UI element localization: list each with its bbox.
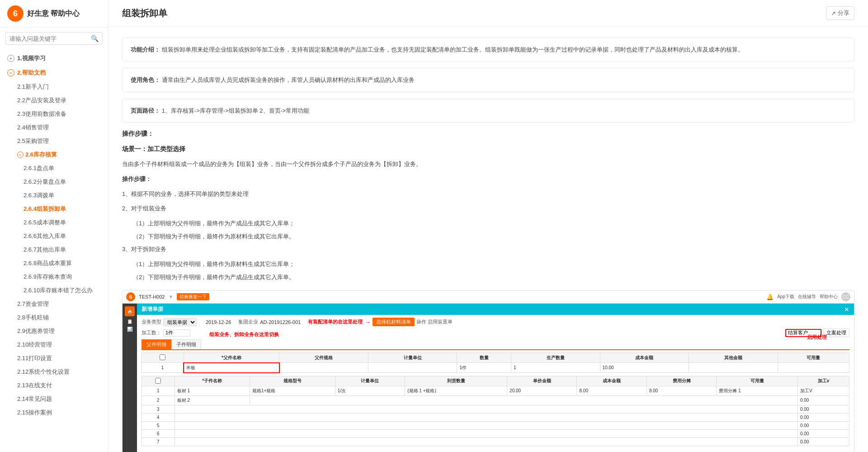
- th-cost: 成本金额: [600, 353, 689, 363]
- sidebar-item-faq[interactable]: 2.14常见问题: [0, 392, 108, 406]
- app-appdownload[interactable]: App下载: [777, 294, 794, 300]
- th-c-unit-price: 单价金额: [507, 376, 577, 386]
- td-qty: 1件: [457, 363, 511, 373]
- td-parent-spec: [279, 363, 368, 373]
- child-select-all[interactable]: [155, 378, 161, 384]
- app-notification-icon[interactable]: 🔔: [766, 294, 774, 300]
- app-close-icon[interactable]: ✕: [844, 306, 849, 313]
- main-header: 组装拆卸单 ↗ 分享: [108, 0, 868, 27]
- path-label: 页面路径：: [131, 107, 160, 114]
- app-coaching[interactable]: 在线辅导: [798, 294, 816, 300]
- sidebar-item-coupon[interactable]: 2.9优惠券管理: [0, 324, 108, 338]
- td-c-avail-3: 0.00: [797, 405, 849, 413]
- sidebar-item-otheroutbound[interactable]: 2.6.7其他出库单: [0, 243, 108, 257]
- td-c-aqty-1: (规格 1 +规格): [405, 386, 507, 395]
- sidebar-item-otherinbound[interactable]: 2.6.6其他入库单: [0, 229, 108, 243]
- qty-label: 加工数：: [142, 329, 161, 336]
- confirm-btn[interactable]: 立案处理: [823, 328, 849, 337]
- role-label: 使用角色：: [131, 76, 160, 83]
- td-c-avail-6: 0.00: [797, 429, 849, 438]
- share-button[interactable]: ↗ 分享: [826, 6, 854, 20]
- td-c-avail-5: 0.00: [797, 421, 849, 429]
- sidebar-item-online[interactable]: 2.13在线支付: [0, 379, 108, 392]
- sidebar-item-adjust[interactable]: 2.6.3调拨单: [0, 189, 108, 202]
- sidebar-item-mobile[interactable]: 2.8手机旺铺: [0, 311, 108, 324]
- sidebar-item-operate[interactable]: 2.10经营管理: [0, 338, 108, 352]
- func-intro-label: 功能介绍：: [131, 46, 160, 53]
- child-table: *子件名称 规格型号 计量单位 到货数量 单价金额 成本金额 费用分摊 可用量: [142, 376, 849, 446]
- app-home-icon[interactable]: 🏠: [125, 306, 135, 316]
- sidebar-item-docs[interactable]: − 2.帮助文档: [0, 66, 108, 80]
- business-type-select[interactable]: 组装单据 拆卸单据: [163, 318, 197, 326]
- business-type-label: 业务类型: [142, 319, 161, 325]
- date-value: 2019-12-26: [206, 319, 231, 325]
- sidebar-item-inventory[interactable]: − 2.6库存核算: [0, 148, 108, 162]
- select-template-btn[interactable]: 选择机材料清单: [373, 318, 415, 326]
- qty-input[interactable]: [163, 329, 190, 337]
- app-left-icons: 🏠 📋 📊: [123, 304, 137, 452]
- func-intro-text: 组装拆卸单用来处理企业组装或拆卸等加工业务，支持有固定装配清单的产品加工业务，也…: [162, 46, 744, 53]
- td-c-name-1: 板材 1: [175, 386, 250, 395]
- ops-label: 操作步骤：: [122, 130, 854, 138]
- share-label: 分享: [838, 9, 849, 17]
- sidebar-item-videos-label: 1.视频学习: [17, 54, 46, 62]
- search-icon[interactable]: 🔍: [91, 35, 99, 42]
- th-c-spec: 规格型号: [250, 376, 335, 386]
- sidebar-item-videos[interactable]: + 1.视频学习: [0, 51, 108, 66]
- content-area: 功能介绍： 组装拆卸单用来处理企业组装或拆卸等加工业务，支持有固定装配清单的产品…: [108, 27, 868, 452]
- search-box[interactable]: 🔍: [5, 32, 103, 45]
- td-c-uprice-1: 20.00: [507, 386, 577, 395]
- sidebar-item-customize[interactable]: 2.12系统个性化设置: [0, 365, 108, 379]
- tab-child[interactable]: 子件明细: [171, 339, 201, 349]
- sidebar-item-sales[interactable]: 2.4销售管理: [0, 121, 108, 134]
- form-row-1: 业务类型 组装单据 拆卸单据 2019-12-26: [142, 318, 849, 326]
- scene-label: 场景一：加工类型选择: [122, 145, 854, 153]
- sidebar-item-stocktake[interactable]: 2.6.1盘点单: [0, 162, 108, 175]
- business-type-field: 业务类型 组装单据 拆卸单据: [142, 318, 197, 326]
- sidebar-header: 6 好生意 帮助中心: [0, 0, 108, 28]
- sidebar-item-stockquery[interactable]: 2.6.9库存账本查询: [0, 270, 108, 284]
- sidebar-item-assemble[interactable]: 2.6.4组装拆卸单: [0, 202, 108, 216]
- child-table-body: 1 板材 1 规格1+规格 1/次 (规格 1 +规格) 20.00 8.00 …: [142, 386, 849, 446]
- td-c-process-1: 加工V: [797, 386, 849, 395]
- th-c-arrive-qty: 到货数量: [405, 376, 507, 386]
- plus-icon: +: [7, 55, 14, 62]
- child-row-3: 3 0.00: [142, 405, 849, 413]
- td-cost: 10.00: [600, 363, 689, 373]
- td-c-fee-1: 8.00: [646, 386, 716, 395]
- sidebar-item-cost[interactable]: 2.6.5成本调整单: [0, 216, 108, 229]
- sidebar-item-partition[interactable]: 2.6.2分量盘点单: [0, 175, 108, 189]
- sidebar-item-productcost[interactable]: 2.6.8商品成本重算: [0, 257, 108, 270]
- sidebar-item-print[interactable]: 2.11打印设置: [0, 352, 108, 365]
- step3: 3、对于拆卸业务: [122, 244, 854, 255]
- screenshot-container: 6 TEST-H002 ▼ 切换账套一下 🔔 App下载 在线辅导 帮助中心 C…: [122, 290, 854, 452]
- app-user-avatar[interactable]: CC: [841, 292, 850, 301]
- sidebar-item-newuser[interactable]: 2.1新手入门: [0, 80, 108, 94]
- th-c-checkbox: [142, 376, 175, 386]
- th-c-fee: 费用分摊: [646, 376, 716, 386]
- app-helpcenter[interactable]: 帮助中心: [820, 294, 838, 300]
- app-logo: 6: [126, 292, 135, 301]
- app-switch-btn[interactable]: 切换账套一下: [177, 293, 209, 300]
- td-c-unit-1: 1/次: [335, 386, 405, 395]
- sidebar-item-purchase[interactable]: 2.5采购管理: [0, 134, 108, 148]
- tab-parent[interactable]: 父件明细: [142, 339, 171, 349]
- role-text: 通常由生产人员或库管人员完成拆装业务的操作，库管人员确认原材料的出库和产成品的入…: [162, 76, 415, 83]
- sidebar-item-install[interactable]: 2.2产品安装及登录: [0, 94, 108, 107]
- child-row-6: 6 0.00: [142, 429, 849, 438]
- td-c-spec-1: 规格1+规格: [250, 386, 335, 395]
- th-c-avail: 可用量: [717, 376, 798, 386]
- app-nav-icon1[interactable]: 📋: [127, 319, 132, 324]
- search-input[interactable]: [9, 35, 91, 42]
- sidebar-item-predata[interactable]: 2.3使用前数据准备: [0, 107, 108, 121]
- app-nav-icon2[interactable]: 📊: [127, 327, 132, 332]
- td-c-avail-2: 0.00: [797, 395, 849, 405]
- sidebar-item-stockerror[interactable]: 2.6.10库存账本错了怎么办: [0, 284, 108, 297]
- qty-field: 加工数：: [142, 329, 190, 337]
- sidebar-item-cases[interactable]: 2.15操作案例: [0, 406, 108, 419]
- parent-table-header: *父件名称 父件规格 计量单位 数量 生产数量 成本金额 其他金额 可用量: [142, 353, 849, 363]
- path-box: 页面路径： 1、库存核算->库存管理->组装拆卸单 2、首页->常用功能: [122, 99, 854, 123]
- td-c-avail-4: 0.00: [797, 413, 849, 421]
- sidebar-item-finance[interactable]: 2.7资金管理: [0, 297, 108, 311]
- select-all-checkbox[interactable]: [160, 354, 165, 360]
